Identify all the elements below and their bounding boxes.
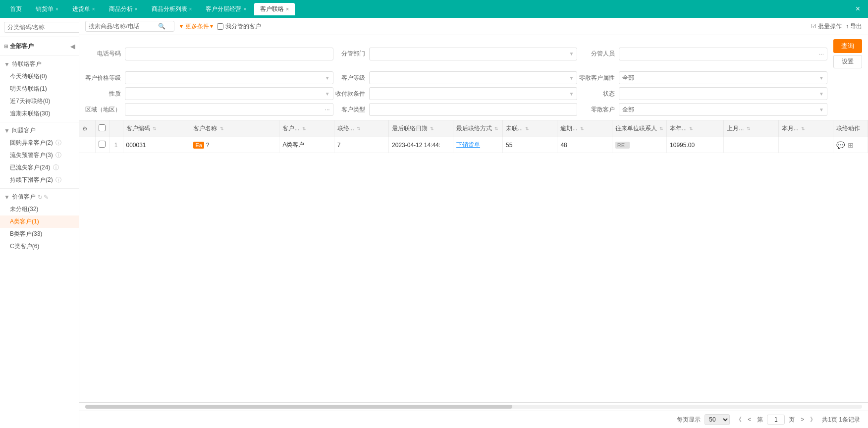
nav-sales[interactable]: 销货单 × <box>30 3 64 15</box>
sort-icon12[interactable]: ⇅ <box>801 126 805 131</box>
nav-sales-close[interactable]: × <box>55 6 58 12</box>
chat-action-icon[interactable]: 💬 <box>836 141 845 149</box>
select-all-checkbox[interactable] <box>99 124 106 131</box>
nav-goods-analysis[interactable]: 商品分析 × <box>103 3 144 15</box>
af-input-phone[interactable] <box>125 48 333 60</box>
filter-action-buttons: 查询 设置 <box>833 39 862 68</box>
sidebar-all-customers[interactable]: ⊞ 全部客户 ◀ <box>0 39 79 54</box>
af-input-payment[interactable]: ▼ <box>369 87 578 100</box>
af-input-manager[interactable]: ··· <box>619 48 827 60</box>
contact-method-link[interactable]: 下销货单 <box>456 141 480 148</box>
next-btn[interactable]: > <box>799 415 806 424</box>
more-icon2[interactable]: ··· <box>325 106 330 113</box>
af-input-retail[interactable]: 全部 ▼ <box>619 103 827 116</box>
prev-btn[interactable]: < <box>746 415 753 424</box>
sidebar-collapse-icon[interactable]: ◀ <box>70 43 75 50</box>
sidebar-section-value[interactable]: ▼ 价值客户 ↻ ✎ <box>0 191 79 203</box>
sort-icon7[interactable]: ⇅ <box>525 126 529 131</box>
th-gear[interactable]: ⚙ <box>79 120 95 137</box>
set-button[interactable]: 设置 <box>833 55 862 68</box>
af-input-retail-attr[interactable]: 全部 ▼ <box>619 71 827 84</box>
nav-purchase-close[interactable]: × <box>92 6 95 12</box>
af-input-dept[interactable]: ▼ <box>369 48 578 60</box>
table-area: ⚙ 客户编码 ⇅ 客户名称 ⇅ <box>79 120 868 402</box>
filter-search-icon[interactable]: 🔍 <box>158 23 165 30</box>
sort-icon9[interactable]: ⇅ <box>659 126 663 131</box>
nav-customer-tier[interactable]: 客户分层经营 × <box>200 3 252 15</box>
td-gear <box>79 137 95 153</box>
sort-icon5[interactable]: ⇅ <box>430 126 434 131</box>
arrow-down-icon2: ▼ <box>4 127 10 134</box>
refresh-icon[interactable]: ↻ <box>38 194 43 201</box>
th-index <box>109 120 123 137</box>
af-input-price-level[interactable]: ▼ <box>125 71 333 84</box>
nav-goods-analysis-list[interactable]: 商品分析列表 × <box>146 3 198 15</box>
gear-icon[interactable]: ⚙ <box>82 125 88 132</box>
pagination: 每页显示 50 100 200 《 < 第 页 > 》 共1页 1条记录 <box>79 411 868 428</box>
af-input-region[interactable]: ··· <box>125 103 333 116</box>
sidebar-item-class-a[interactable]: A类客户(1) <box>0 215 79 228</box>
af-input-customer-level[interactable]: ▼ <box>369 71 578 84</box>
more-icon[interactable]: ··· <box>819 51 824 57</box>
sort-icon8[interactable]: ⇅ <box>580 126 584 131</box>
sidebar-item-repurchase-anomaly[interactable]: 回购异常客户(2) ⓘ <box>0 137 79 149</box>
sidebar-item-churn-warning[interactable]: 流失预警客户(3) ⓘ <box>0 149 79 161</box>
sort-icon3[interactable]: ⇅ <box>302 126 306 131</box>
td-last-month <box>724 137 778 153</box>
row-checkbox[interactable] <box>99 141 106 148</box>
nav-goods-analysis-close[interactable]: × <box>135 6 138 12</box>
my-customers-checkbox[interactable]: 我分管的客户 <box>217 22 261 31</box>
sidebar-search-input[interactable] <box>4 22 85 33</box>
th-name: 客户名称 ⇅ <box>190 120 279 137</box>
sort-icon10[interactable]: ⇅ <box>689 126 693 131</box>
sidebar-item-class-b[interactable]: B类客户(33) <box>0 228 79 240</box>
batch-ops-btn[interactable]: ☑ 批量操作 <box>811 22 842 31</box>
more-filters-btn[interactable]: ▼ 更多条件 ▾ <box>178 22 213 31</box>
nav-customer-contact[interactable]: 客户联络 × <box>254 3 295 15</box>
prev-prev-btn[interactable]: 《 <box>734 415 744 425</box>
sort-icon[interactable]: ⇅ <box>153 126 157 131</box>
sidebar-item-7days[interactable]: 近7天待联络(0) <box>0 95 79 107</box>
sidebar: 🔍 ⊞ 全部客户 ◀ ▼ 待联络客户 今天待联络(0) 明天待联络(1) 近7天… <box>0 18 79 428</box>
more-filters-arrow: ▾ <box>210 23 213 30</box>
next-next-btn[interactable]: 》 <box>808 415 818 425</box>
nav-customer-tier-close[interactable]: × <box>243 6 246 12</box>
scrollbar-track[interactable] <box>85 405 862 409</box>
nav-home[interactable]: 首页 <box>4 3 28 15</box>
sidebar-item-declining[interactable]: 持续下滑客户(2) ⓘ <box>0 174 79 186</box>
sidebar-item-tomorrow[interactable]: 明天待联络(1) <box>0 83 79 95</box>
dropdown-icon8: ▼ <box>819 107 824 112</box>
customer-table: ⚙ 客户编码 ⇅ 客户名称 ⇅ <box>79 120 868 153</box>
filter-search-input[interactable] <box>89 23 158 30</box>
per-page-select[interactable]: 50 100 200 <box>705 414 730 425</box>
nav-customer-contact-close[interactable]: × <box>286 6 289 12</box>
sidebar-item-churned[interactable]: 已流失客户(24) ⓘ <box>0 161 79 174</box>
td-no-contact: 55 <box>503 137 557 153</box>
af-input-nature[interactable]: ▼ <box>125 87 333 100</box>
scrollbar-thumb[interactable] <box>85 405 512 409</box>
window-close[interactable]: × <box>852 2 864 15</box>
af-input-status[interactable]: ▼ <box>619 87 827 100</box>
page-input[interactable] <box>767 415 785 425</box>
export-btn[interactable]: ↑ 导出 <box>846 22 862 31</box>
sidebar-item-overdue[interactable]: 逾期未联络(30) <box>0 107 79 120</box>
grid-action-icon[interactable]: ⊞ <box>848 141 854 149</box>
sidebar-item-today[interactable]: 今天待联络(0) <box>0 70 79 83</box>
sort-icon2[interactable]: ⇅ <box>220 126 224 131</box>
sidebar-section-pending[interactable]: ▼ 待联络客户 <box>0 58 79 70</box>
af-label-phone: 电话号码 <box>85 50 123 58</box>
sidebar-item-class-c[interactable]: C类客户(6) <box>0 240 79 253</box>
sort-icon6[interactable]: ⇅ <box>494 126 498 131</box>
th-code: 客户编码 ⇅ <box>123 120 190 137</box>
edit-icon[interactable]: ✎ <box>44 194 49 201</box>
nav-purchase[interactable]: 进货单 × <box>66 3 101 15</box>
af-input-customer-type[interactable] <box>369 103 578 116</box>
sidebar-section-problems[interactable]: ▼ 问题客户 <box>0 124 79 137</box>
my-customers-check[interactable] <box>217 23 223 30</box>
query-button[interactable]: 查询 <box>833 39 862 53</box>
sort-icon11[interactable]: ⇅ <box>747 126 751 131</box>
sort-icon4[interactable]: ⇅ <box>357 126 361 131</box>
dropdown-icon7: ▼ <box>819 91 824 97</box>
nav-goods-analysis-list-close[interactable]: × <box>189 6 192 12</box>
sidebar-item-ungroup[interactable]: 未分组(32) <box>0 203 79 215</box>
